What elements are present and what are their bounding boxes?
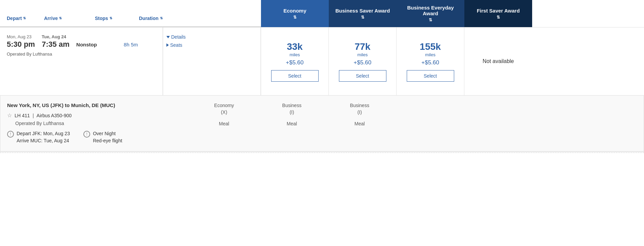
biz-saver-select-button[interactable]: Select xyxy=(339,70,386,82)
cabin-biz-everyday-meal: Meal xyxy=(355,121,365,126)
biz-everyday-price-cell: 155k miles +$5.60 Select xyxy=(397,27,464,95)
flight-search-container: Depart ⇅ Arrive ⇅ Stops ⇅ Duration ⇅ xyxy=(0,0,644,153)
cabin-biz-everyday-col: Business(I) Meal xyxy=(326,102,394,144)
economy-select-button[interactable]: Select xyxy=(271,70,319,82)
overnight-warning-icon: ! xyxy=(83,131,90,138)
cabin-economy-class: Economy(X) xyxy=(214,102,234,116)
depart-warning-icon: ! xyxy=(7,131,14,138)
stops-header[interactable]: Stops ⇅ xyxy=(95,16,139,21)
seats-button[interactable]: Seats xyxy=(166,42,257,48)
economy-select-label: Select xyxy=(288,73,301,79)
arrive-label: Arrive xyxy=(44,16,58,21)
first-saver-header: First Saver Award ⇅ xyxy=(464,0,532,27)
cabin-biz-saver-class: Business(I) xyxy=(282,102,302,116)
details-button[interactable]: Details xyxy=(166,34,257,40)
aircraft-type: Airbus A350-900 xyxy=(37,113,72,118)
details-seats-panel: Details Seats xyxy=(163,27,261,95)
biz-everyday-select-label: Select xyxy=(424,73,437,79)
times-stops-row: 5:30 pm 7:35 am Nonstop 8h 5m xyxy=(7,40,156,49)
depart-jfk-line: Depart JFK: Mon, Aug 23 xyxy=(17,130,70,137)
depart-header[interactable]: Depart ⇅ xyxy=(0,16,44,21)
triangle-down-icon xyxy=(166,36,170,38)
economy-sort[interactable]: ⇅ xyxy=(293,15,297,20)
arrive-sort-icon: ⇅ xyxy=(59,17,62,20)
economy-header: Economy ⇅ xyxy=(261,0,329,27)
depart-jfk-row: ! Depart JFK: Mon, Aug 23 Arrive MUC: Tu… xyxy=(7,130,70,144)
biz-saver-label: Business Saver Award xyxy=(336,8,390,14)
details-right: Economy(X) Meal Business(I) Meal Busines… xyxy=(190,102,637,144)
first-saver-label: First Saver Award xyxy=(477,8,520,14)
flight-dates-times: Mon, Aug 23 Tue, Aug 24 5:30 pm 7:35 am … xyxy=(7,34,156,57)
header-area: Depart ⇅ Arrive ⇅ Stops ⇅ Duration ⇅ xyxy=(0,0,644,27)
separator: | xyxy=(33,113,34,118)
cabin-economy-col: Economy(X) Meal xyxy=(190,102,258,144)
route-header: New York, NY, US (JFK) to Munich, DE (MU… xyxy=(7,102,190,108)
flight-info: Mon, Aug 23 Tue, Aug 24 5:30 pm 7:35 am … xyxy=(0,27,163,95)
sub-headers: Depart ⇅ Arrive ⇅ Stops ⇅ Duration ⇅ xyxy=(0,13,190,24)
duration-value: 8h 5m xyxy=(124,42,138,47)
economy-price-cell: 33k miles +$5.60 Select xyxy=(261,27,329,95)
economy-miles-label: miles xyxy=(289,52,300,57)
economy-miles: 33k xyxy=(287,41,303,52)
stops-value: Nonstop xyxy=(76,42,117,47)
depart-jfk-text: Depart JFK: Mon, Aug 23 Arrive MUC: Tue,… xyxy=(17,130,70,144)
biz-saver-miles: 77k xyxy=(355,41,370,52)
column-headers: Economy ⇅ Business Saver Award ⇅ Busines… xyxy=(261,0,644,27)
header-row: Depart ⇅ Arrive ⇅ Stops ⇅ Duration ⇅ xyxy=(0,0,644,27)
first-saver-sort[interactable]: ⇅ xyxy=(497,15,500,20)
arrive-date: Tue, Aug 24 xyxy=(42,34,66,39)
header-left-spacer: Depart ⇅ Arrive ⇅ Stops ⇅ Duration ⇅ xyxy=(0,0,261,27)
cabin-biz-everyday-class: Business(I) xyxy=(350,102,369,116)
biz-everyday-sort[interactable]: ⇅ xyxy=(429,18,432,22)
not-available-cell: Not available xyxy=(464,27,532,95)
red-eye-label: Red-eye flight xyxy=(93,137,122,144)
biz-everyday-header: Business Everyday Award ⇅ xyxy=(397,0,464,27)
cabin-empty-col xyxy=(394,102,461,144)
depart-label: Depart xyxy=(7,16,22,21)
biz-everyday-select-button[interactable]: Select xyxy=(407,70,454,82)
date-row: Mon, Aug 23 Tue, Aug 24 xyxy=(7,34,156,39)
biz-saver-plus-dollars: +$5.60 xyxy=(354,59,371,66)
star-icon: ☆ xyxy=(7,112,12,119)
stops-sort-icon: ⇅ xyxy=(109,17,112,20)
duration-label: Duration xyxy=(139,16,159,21)
not-available-label: Not available xyxy=(483,58,514,64)
overnight-text: Over Night Red-eye flight xyxy=(93,130,122,144)
biz-saver-header: Business Saver Award ⇅ xyxy=(329,0,397,27)
duration-header[interactable]: Duration ⇅ xyxy=(139,16,190,21)
biz-everyday-plus-dollars: +$5.60 xyxy=(421,59,439,66)
biz-saver-sort[interactable]: ⇅ xyxy=(361,15,364,20)
depart-arrive-info: ! Depart JFK: Mon, Aug 23 Arrive MUC: Tu… xyxy=(7,130,190,144)
economy-label: Economy xyxy=(283,8,306,14)
cabin-biz-saver-col: Business(I) Meal xyxy=(258,102,326,144)
biz-saver-select-label: Select xyxy=(356,73,369,79)
biz-everyday-label: Business Everyday Award xyxy=(401,5,460,16)
arrive-time: 7:35 am xyxy=(42,40,69,49)
flight-section: Mon, Aug 23 Tue, Aug 24 5:30 pm 7:35 am … xyxy=(0,27,644,152)
overnight-label: Over Night xyxy=(93,130,122,137)
overnight-info: ! Over Night Red-eye flight xyxy=(83,130,122,144)
operator-text: Operated By Lufthansa xyxy=(7,52,156,57)
biz-saver-miles-label: miles xyxy=(357,52,367,57)
depart-info: ! Depart JFK: Mon, Aug 23 Arrive MUC: Tu… xyxy=(7,130,70,144)
stops-label: Stops xyxy=(95,16,108,21)
triangle-right-icon xyxy=(166,43,169,47)
depart-date: Mon, Aug 23 xyxy=(7,34,32,39)
details-panel: New York, NY, US (JFK) to Munich, DE (MU… xyxy=(0,95,644,151)
operated-by-detail: Operated By Lufthansa xyxy=(15,121,190,126)
bottom-border xyxy=(0,152,644,153)
biz-everyday-miles: 155k xyxy=(420,41,441,52)
flight-number-row: ☆ LH 411 | Airbus A350-900 xyxy=(7,112,190,119)
cabin-biz-saver-meal: Meal xyxy=(287,121,297,126)
depart-sort-icon: ⇅ xyxy=(23,17,26,20)
economy-plus-dollars: +$5.60 xyxy=(286,59,303,66)
flight-number: LH 411 xyxy=(15,113,30,118)
biz-everyday-miles-label: miles xyxy=(425,52,435,57)
arrive-muc-line: Arrive MUC: Tue, Aug 24 xyxy=(17,137,70,144)
duration-sort-icon: ⇅ xyxy=(160,17,163,20)
seats-label: Seats xyxy=(170,42,182,48)
details-label: Details xyxy=(171,34,186,40)
details-body: New York, NY, US (JFK) to Munich, DE (MU… xyxy=(7,102,637,144)
details-left: New York, NY, US (JFK) to Munich, DE (MU… xyxy=(7,102,190,144)
arrive-header[interactable]: Arrive ⇅ xyxy=(44,16,95,21)
